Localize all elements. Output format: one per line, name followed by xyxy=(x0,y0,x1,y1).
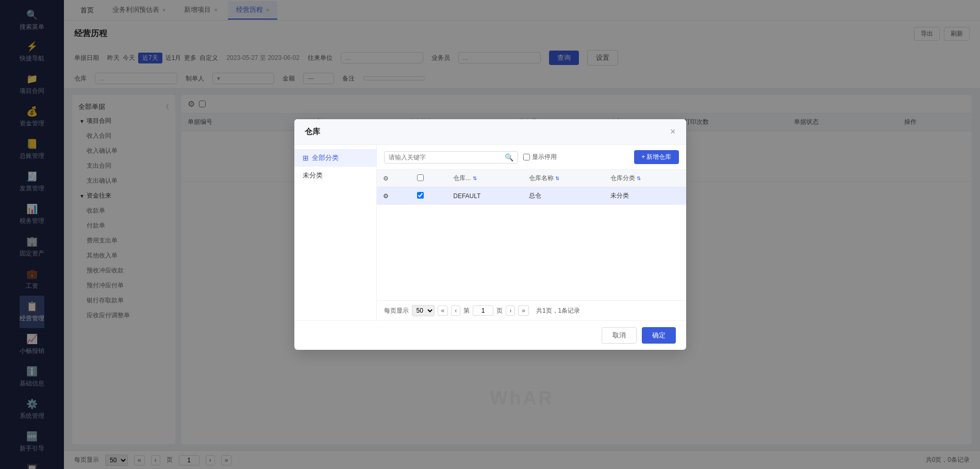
dialog-per-page-select[interactable]: 50 xyxy=(412,305,435,316)
dialog-footer: 取消 确定 xyxy=(294,320,686,350)
dialog-header: 仓库 × xyxy=(294,119,686,145)
dialog-col-code: 仓库... ⇅ xyxy=(447,170,523,187)
dialog-col-settings: ⚙ xyxy=(377,170,411,187)
dialog-overlay: 仓库 × ⊞全部分类未分类 🔍 显示停用 + 新增仓库 xyxy=(0,0,980,469)
add-warehouse-button[interactable]: + 新增仓库 xyxy=(634,150,678,164)
dialog-body: ⊞全部分类未分类 🔍 显示停用 + 新增仓库 xyxy=(294,145,686,320)
dialog-row-code: DEFAULT xyxy=(447,187,523,205)
show-disabled-checkbox-label[interactable]: 显示停用 xyxy=(523,153,557,161)
grid-icon: ⊞ xyxy=(303,154,309,162)
dialog-row-settings: ⚙ xyxy=(377,187,411,205)
search-icon: 🔍 xyxy=(505,153,513,161)
dialog-left-panel: ⊞全部分类未分类 xyxy=(294,145,377,320)
dialog-row-name: 总仓 xyxy=(523,187,604,205)
dialog-right-panel: 🔍 显示停用 + 新增仓库 ⚙ 仓库... ⇅ xyxy=(377,145,686,320)
warehouse-dialog: 仓库 × ⊞全部分类未分类 🔍 显示停用 + 新增仓库 xyxy=(294,119,686,350)
dialog-toolbar: 🔍 显示停用 + 新增仓库 xyxy=(377,145,686,170)
row-checkbox[interactable] xyxy=(417,192,424,199)
dialog-table-body: ⚙ DEFAULT 总仓 未分类 xyxy=(377,187,686,205)
dialog-table-header-row: ⚙ 仓库... ⇅ 仓库名称 ⇅ 仓库分类 ⇅ xyxy=(377,170,686,187)
dialog-pagination: 每页显示 50 « ‹ 第 页 › » 共1页，1条记录 xyxy=(377,300,686,320)
dialog-first-page-btn[interactable]: « xyxy=(438,305,449,316)
show-disabled-label: 显示停用 xyxy=(532,153,557,161)
dialog-title: 仓库 xyxy=(305,127,320,137)
dialog-page-end-label: 页 xyxy=(496,306,503,315)
dialog-col-checkbox xyxy=(411,170,447,187)
dialog-page-input[interactable] xyxy=(473,305,493,316)
dialog-next-page-btn[interactable]: › xyxy=(506,305,515,316)
dialog-page-label: 第 xyxy=(463,306,470,315)
show-disabled-checkbox[interactable] xyxy=(523,154,530,160)
dialog-col-category: 仓库分类 ⇅ xyxy=(604,170,686,187)
confirm-button[interactable]: 确定 xyxy=(642,327,676,344)
dialog-prev-page-btn[interactable]: ‹ xyxy=(451,305,460,316)
settings-icon[interactable]: ⚙ xyxy=(383,192,389,200)
dialog-row-category: 未分类 xyxy=(604,187,686,205)
dialog-row-checkbox xyxy=(411,187,447,205)
dialog-select-all[interactable] xyxy=(417,174,424,181)
dialog-col-name: 仓库名称 ⇅ xyxy=(523,170,604,187)
dialog-close-button[interactable]: × xyxy=(670,126,676,137)
cancel-button[interactable]: 取消 xyxy=(602,327,637,344)
dialog-table: ⚙ 仓库... ⇅ 仓库名称 ⇅ 仓库分类 ⇅ ⚙ DEFAULT 总仓 未分类 xyxy=(377,170,686,205)
dialog-table-row[interactable]: ⚙ DEFAULT 总仓 未分类 xyxy=(377,187,686,205)
dialog-table-wrap: ⚙ 仓库... ⇅ 仓库名称 ⇅ 仓库分类 ⇅ ⚙ DEFAULT 总仓 未分类 xyxy=(377,170,686,300)
dialog-total-label: 共1页，1条记录 xyxy=(536,306,580,315)
dialog-search-box[interactable]: 🔍 xyxy=(384,151,518,164)
dialog-left-item-unclassified[interactable]: 未分类 xyxy=(294,167,376,184)
dialog-search-input[interactable] xyxy=(389,154,505,161)
dialog-last-page-btn[interactable]: » xyxy=(518,305,529,316)
dialog-per-page-label: 每页显示 xyxy=(384,306,409,315)
dialog-left-item-all[interactable]: ⊞全部分类 xyxy=(294,149,376,167)
